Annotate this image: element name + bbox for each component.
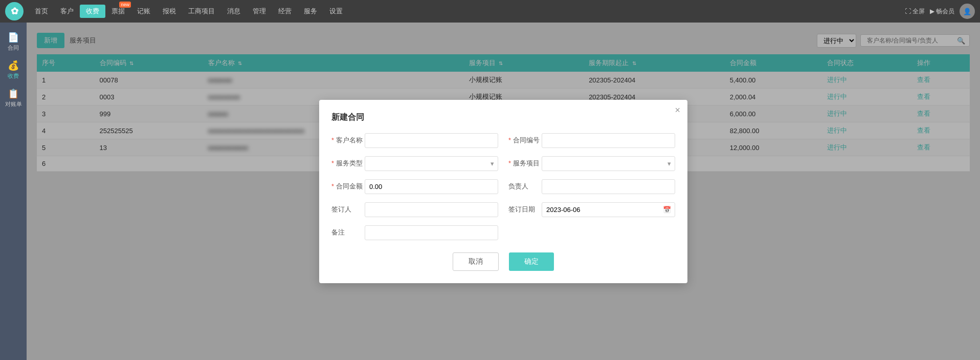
input-amount[interactable] [365,179,498,194]
form-row-5: 备注 [331,225,675,240]
sidebar-item-statement[interactable]: 📋 对账单 [0,84,27,112]
nav-item-invoice[interactable]: 票据 new [105,5,131,18]
nav-item-home[interactable]: 首页 [29,5,54,18]
label-service-type: 服务类型 [331,159,365,168]
fullscreen-button[interactable]: ⛶ 全屏 [905,7,925,16]
label-signer: 签订人 [331,205,365,214]
input-responsible[interactable] [542,179,675,194]
input-sign-date[interactable] [542,202,675,217]
statement-icon: 📋 [8,88,19,99]
modal-title: 新建合同 [331,112,675,123]
field-service-type: 服务类型 [331,156,498,171]
modal-close-button[interactable]: × [675,105,680,116]
field-note: 备注 [331,225,498,240]
label-customer-name: 客户名称 [331,136,365,145]
nav-item-message[interactable]: 消息 [221,5,247,18]
sidebar: 📄 合同 💰 收费 📋 对账单 [0,23,27,360]
form-row-1: 客户名称 合同编号 [331,133,675,148]
select-service-item[interactable] [542,156,675,171]
top-nav: ✿ 首页 客户 收费 票据 new 记账 报税 工商项目 消息 管理 经营 服务… [0,0,980,23]
field-responsible: 负责人 [508,179,675,194]
nav-item-business[interactable]: 工商项目 [182,5,221,18]
avatar[interactable]: 👤 [960,4,975,19]
select-service-type[interactable] [365,156,498,171]
date-input-wrapper: 📅 [542,202,675,217]
modal-footer: 取消 确定 [331,252,675,271]
vip-button[interactable]: ▶ 畅会员 [930,7,954,16]
logo: ✿ [5,2,24,20]
nav-item-settings[interactable]: 设置 [323,5,349,18]
nav-item-service[interactable]: 服务 [298,5,323,18]
contract-icon: 📄 [8,32,19,43]
form-row-3: 合同金额 负责人 [331,179,675,194]
input-signer[interactable] [365,202,498,217]
modal-new-contract: × 新建合同 客户名称 合同编号 服务类型 服务项目 [319,100,687,283]
input-contract-no[interactable] [542,133,675,148]
form-row-2: 服务类型 服务项目 [331,156,675,171]
field-contract-no: 合同编号 [508,133,675,148]
vip-icon: ▶ [930,8,934,15]
nav-right: ⛶ 全屏 ▶ 畅会员 👤 [905,4,975,19]
form-row-4: 签订人 签订日期 📅 [331,202,675,217]
new-badge: new [119,2,131,8]
confirm-button[interactable]: 确定 [509,252,554,271]
nav-item-account[interactable]: 记账 [131,5,157,18]
select-wrapper-service-type [365,156,498,171]
fullscreen-icon: ⛶ [905,8,911,15]
label-sign-date: 签订日期 [508,205,542,214]
calendar-icon[interactable]: 📅 [663,206,671,214]
field-amount: 合同金额 [331,179,498,194]
nav-item-manage[interactable]: 管理 [247,5,272,18]
nav-item-charge[interactable]: 收费 [80,5,105,18]
modal-overlay: × 新建合同 客户名称 合同编号 服务类型 服务项目 [27,23,980,360]
field-service-item: 服务项目 [508,156,675,171]
nav-item-tax[interactable]: 报税 [157,5,182,18]
label-service-item: 服务项目 [508,159,542,168]
select-wrapper-service-item [542,156,675,171]
label-note: 备注 [331,228,365,237]
input-customer-name[interactable] [365,133,498,148]
sidebar-item-contract[interactable]: 📄 合同 [0,28,27,56]
label-responsible: 负责人 [508,182,542,191]
nav-items: 首页 客户 收费 票据 new 记账 报税 工商项目 消息 管理 经营 服务 设… [29,5,905,18]
charge-icon: 💰 [8,60,19,71]
nav-item-customer[interactable]: 客户 [54,5,80,18]
input-note[interactable] [365,225,498,240]
field-signer: 签订人 [331,202,498,217]
sidebar-item-charge[interactable]: 💰 收费 [0,56,27,84]
cancel-button[interactable]: 取消 [453,252,499,271]
label-amount: 合同金额 [331,182,365,191]
label-contract-no: 合同编号 [508,136,542,145]
avatar-icon: 👤 [963,8,971,15]
field-customer-name: 客户名称 [331,133,498,148]
field-sign-date: 签订日期 📅 [508,202,675,217]
nav-item-operation[interactable]: 经营 [272,5,298,18]
